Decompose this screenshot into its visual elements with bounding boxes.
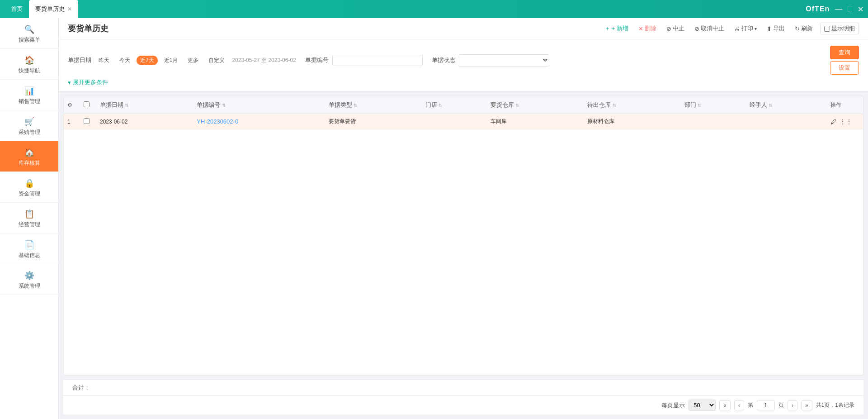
sidebar-item-quick-nav[interactable]: 🏠 快捷导航 <box>0 49 58 80</box>
delete-icon: ✕ <box>638 25 643 32</box>
sidebar-item-purchase[interactable]: 🛒 采购管理 <box>0 110 58 141</box>
query-button[interactable]: 查询 <box>830 46 859 59</box>
td-pending-warehouse: 原材料仓库 <box>584 114 680 129</box>
th-settings[interactable]: ⚙ <box>64 96 80 114</box>
sidebar-item-search-menu[interactable]: 🔍 搜索菜单 <box>0 18 58 49</box>
td-store <box>422 114 487 129</box>
date-chip-7days[interactable]: 近7天 <box>137 56 158 65</box>
header-actions: ＋ + 新增 ✕ 删除 ⊘ 中止 ⊘ 取消中止 🖨 打印 <box>602 23 859 34</box>
sort-dept-icon: ⇅ <box>698 103 701 108</box>
sidebar-item-sales[interactable]: 📊 销售管理 <box>0 80 58 110</box>
tab-home-label: 首页 <box>11 5 23 13</box>
sort-handler-icon: ⇅ <box>769 103 772 108</box>
doc-no-link[interactable]: YH-20230602-0 <box>197 118 238 125</box>
docno-filter-group: 单据编号 <box>305 55 423 66</box>
th-store[interactable]: 门店 ⇅ <box>422 96 487 114</box>
prev-page-button[interactable]: ‹ <box>734 400 744 410</box>
expand-more-button[interactable]: ▾ 展开更多条件 <box>68 78 859 86</box>
td-ops: 🖊 ⋮⋮ <box>827 114 863 129</box>
th-pending-warehouse[interactable]: 待出仓库 ⇅ <box>584 96 680 114</box>
print-button[interactable]: 🖨 打印 ▾ <box>731 23 760 34</box>
table-row: 1 2023-06-02 YH-20230602-0 要货单要货 车间库 原材料… <box>64 114 863 129</box>
sort-doc-type-icon: ⇅ <box>354 103 357 108</box>
page-number-input[interactable] <box>757 400 775 410</box>
date-filter-label: 单据日期 <box>68 56 91 64</box>
print-icon: 🖨 <box>734 25 740 32</box>
print-label: 打印 <box>741 24 753 33</box>
total-pages-info: 共1页，1条记录 <box>816 401 854 409</box>
sort-pending-wh-icon: ⇅ <box>613 103 616 108</box>
filter-actions: 查询 设置 <box>830 46 859 75</box>
delete-button[interactable]: ✕ 删除 <box>636 23 659 34</box>
last-page-button[interactable]: » <box>801 400 812 410</box>
th-department[interactable]: 部门 ⇅ <box>681 96 746 114</box>
settings-button[interactable]: 设置 <box>830 61 859 75</box>
first-page-button[interactable]: « <box>719 400 731 410</box>
window-close-icon[interactable]: ✕ <box>858 5 863 14</box>
cancel-stop-button[interactable]: ⊘ 取消中止 <box>692 23 727 34</box>
sidebar-item-system[interactable]: ⚙️ 系统管理 <box>0 264 58 295</box>
th-doc-type[interactable]: 单据类型 ⇅ <box>325 96 422 114</box>
display-cell-button[interactable]: 显示明细 <box>820 23 859 34</box>
finance-icon: 🔒 <box>24 178 34 188</box>
filter-area: 单据日期 昨天 今天 近7天 近1月 更多 自定义 2023-05-27 至 2… <box>59 39 868 91</box>
tab-requisition-history[interactable]: 要货单历史 ✕ <box>29 0 78 18</box>
stop-button[interactable]: ⊘ 中止 <box>664 23 687 34</box>
display-cell-checkbox[interactable] <box>824 26 830 32</box>
td-num: 1 <box>64 114 80 129</box>
sidebar-item-basic-info[interactable]: 📄 基础信息 <box>0 233 58 264</box>
main-layout: 🔍 搜索菜单 🏠 快捷导航 📊 销售管理 🛒 采购管理 🏠 库存核算 🔒 资金管… <box>0 18 868 419</box>
th-req-warehouse[interactable]: 要货仓库 ⇅ <box>487 96 584 114</box>
docno-input[interactable] <box>332 55 423 66</box>
status-select[interactable] <box>459 54 549 67</box>
new-button[interactable]: ＋ + 新增 <box>602 23 631 34</box>
sidebar-item-finance[interactable]: 🔒 资金管理 <box>0 172 58 203</box>
sort-req-wh-icon: ⇅ <box>515 103 519 108</box>
th-doc-no[interactable]: 单据编号 ⇅ <box>193 96 325 114</box>
th-doc-date[interactable]: 单据日期 ⇅ <box>96 96 193 114</box>
td-department <box>681 114 746 129</box>
print-dropdown-icon: ▾ <box>755 26 757 31</box>
th-handler[interactable]: 经手人 ⇅ <box>746 96 827 114</box>
more-ops-icon[interactable]: ⋮⋮ <box>840 118 852 125</box>
edit-icon[interactable]: 🖊 <box>830 118 837 125</box>
export-icon: ⬆ <box>767 25 772 32</box>
date-chip-today[interactable]: 今天 <box>116 56 134 65</box>
td-req-warehouse: 车间库 <box>487 114 584 129</box>
row-checkbox[interactable] <box>84 118 90 124</box>
content-area: 要货单历史 ＋ + 新增 ✕ 删除 ⊘ 中止 ⊘ 取消中止 <box>59 18 868 419</box>
basic-info-icon: 📄 <box>24 240 34 250</box>
top-bar-right: OfTEn — □ ✕ <box>806 5 863 14</box>
date-chip-custom[interactable]: 自定义 <box>205 56 228 65</box>
footer-bar: 合计： <box>63 380 863 395</box>
date-chip-more[interactable]: 更多 <box>184 56 202 65</box>
sidebar-item-inventory[interactable]: 🏠 库存核算 <box>0 141 58 172</box>
date-chip-1month[interactable]: 近1月 <box>160 56 182 65</box>
minimize-icon[interactable]: — <box>835 5 842 13</box>
next-page-button[interactable]: › <box>788 400 797 410</box>
close-tab-icon[interactable]: ✕ <box>67 6 72 12</box>
sidebar-item-operations[interactable]: 📋 经营管理 <box>0 203 58 233</box>
maximize-icon[interactable]: □ <box>848 5 852 13</box>
page-size-select[interactable]: 20 50 100 <box>689 400 716 411</box>
sidebar-basic-info-label: 基础信息 <box>19 252 40 259</box>
sidebar-inventory-label: 库存核算 <box>19 159 40 167</box>
refresh-button[interactable]: ↻ 刷新 <box>792 23 816 34</box>
refresh-label: 刷新 <box>801 24 813 33</box>
tab-home[interactable]: 首页 <box>5 0 29 18</box>
date-filter-group: 单据日期 昨天 今天 近7天 近1月 更多 自定义 2023-05-27 至 2… <box>68 56 296 65</box>
purchase-icon: 🛒 <box>24 117 34 127</box>
operations-icon: 📋 <box>24 209 34 219</box>
search-menu-icon: 🔍 <box>24 24 34 34</box>
status-dropdown-icon: ▾ <box>544 57 547 63</box>
top-bar: 首页 要货单历史 ✕ OfTEn — □ ✕ <box>0 0 868 18</box>
export-button[interactable]: ⬆ 导出 <box>764 23 788 34</box>
display-cell-label: 显示明细 <box>831 24 855 33</box>
select-all-checkbox[interactable] <box>84 101 90 107</box>
th-checkbox <box>80 96 96 114</box>
sidebar-search-menu-label: 搜索菜单 <box>19 36 40 44</box>
sidebar-system-label: 系统管理 <box>19 282 40 290</box>
refresh-icon: ↻ <box>795 25 800 32</box>
date-chip-yesterday[interactable]: 昨天 <box>95 56 113 65</box>
total-label: 合计： <box>72 384 90 392</box>
